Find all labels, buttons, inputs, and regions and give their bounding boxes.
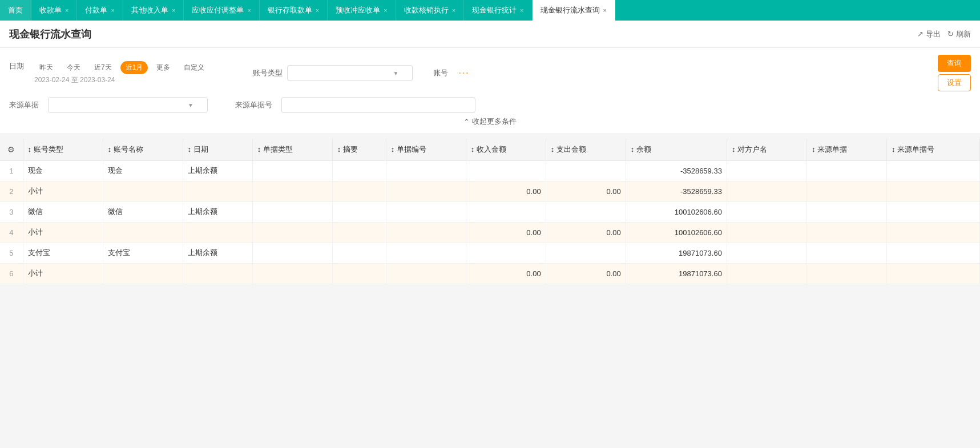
col-date: ↕ 日期 bbox=[183, 139, 252, 160]
table-row[interactable]: 2小计0.000.00-3528659.33 bbox=[0, 181, 980, 201]
close-icon[interactable]: × bbox=[111, 7, 114, 14]
col-account-name: ↕ 账号名称 bbox=[103, 139, 183, 160]
close-icon[interactable]: × bbox=[520, 7, 523, 14]
close-icon[interactable]: × bbox=[247, 7, 251, 14]
close-icon[interactable]: × bbox=[452, 7, 455, 14]
nav-bank-deposit[interactable]: 银行存取款单 × bbox=[260, 0, 328, 21]
refresh-button[interactable]: ↻ 刷新 bbox=[947, 29, 971, 39]
table-row[interactable]: 6小计0.000.0019871073.60 bbox=[0, 263, 980, 284]
col-gear: ⚙ bbox=[0, 139, 23, 160]
table-row[interactable]: 3微信微信上期余额100102606.60 bbox=[0, 201, 980, 222]
query-button[interactable]: 查询 bbox=[938, 55, 971, 72]
filter-row-1: 日期 昨天 今天 近7天 近1月 更多 自定义 2023-02-24 至 202… bbox=[9, 55, 971, 91]
source-doc-select[interactable]: ▼ bbox=[48, 97, 208, 113]
date-btn-7days[interactable]: 近7天 bbox=[89, 61, 117, 74]
col-counterparty: ↕ 对方户名 bbox=[727, 139, 806, 160]
date-range-text: 2023-02-24 至 2023-03-24 bbox=[34, 75, 209, 85]
col-account-type: ↕ 账号类型 bbox=[23, 139, 103, 160]
more-options-icon[interactable]: ··· bbox=[458, 68, 469, 78]
table-row[interactable]: 1现金现金上期余额-3528659.33 bbox=[0, 160, 980, 181]
page-title: 现金银行流水查询 bbox=[9, 27, 91, 41]
close-icon[interactable]: × bbox=[172, 7, 175, 14]
date-label: 日期 bbox=[9, 61, 30, 71]
source-doc-num-input[interactable] bbox=[281, 97, 475, 113]
col-doc-no: ↕ 单据编号 bbox=[386, 139, 466, 160]
col-expense: ↕ 支出金额 bbox=[546, 139, 626, 160]
nav-other-income[interactable]: 其他收入单 × bbox=[123, 0, 184, 21]
close-icon[interactable]: × bbox=[603, 7, 607, 14]
table-header-row: ⚙ ↕ 账号类型 ↕ 账号名称 ↕ 日期 ↕ 单据类型 ↕ 摘要 ↕ 单据编号 … bbox=[0, 139, 980, 160]
date-btn-yesterday[interactable]: 昨天 bbox=[34, 61, 58, 74]
table-row[interactable]: 5支付宝支付宝上期余额19871073.60 bbox=[0, 243, 980, 263]
action-buttons: 查询 设置 bbox=[938, 55, 971, 91]
col-source-doc: ↕ 来源单据 bbox=[806, 139, 886, 160]
refresh-icon: ↻ bbox=[947, 30, 954, 38]
table-body: 1现金现金上期余额-3528659.332小计0.000.00-3528659.… bbox=[0, 160, 980, 284]
nav-advance[interactable]: 预收冲应收单 × bbox=[328, 0, 396, 21]
close-icon[interactable]: × bbox=[384, 7, 387, 14]
chevron-down-icon: ▼ bbox=[393, 70, 398, 76]
nav-payment[interactable]: 付款单 × bbox=[77, 0, 123, 21]
chevron-down-icon: ▼ bbox=[188, 102, 193, 108]
col-income: ↕ 收入金额 bbox=[466, 139, 546, 160]
collapse-bar[interactable]: ⌃ 收起更多条件 bbox=[9, 116, 971, 127]
nav-cashflow-query[interactable]: 现金银行流水查询 × bbox=[533, 0, 615, 21]
nav-adjustment[interactable]: 应收应付调整单 × bbox=[184, 0, 259, 21]
export-button[interactable]: ↗ 导出 bbox=[917, 29, 941, 39]
account-type-filter: 账号类型 ▼ bbox=[253, 65, 413, 81]
close-icon[interactable]: × bbox=[316, 7, 319, 14]
setting-button[interactable]: 设置 bbox=[938, 74, 971, 91]
account-type-label: 账号类型 bbox=[253, 68, 283, 78]
col-balance: ↕ 余额 bbox=[626, 139, 727, 160]
account-filter: 账号 ··· bbox=[433, 68, 469, 78]
nav-home[interactable]: 首页 bbox=[0, 0, 31, 21]
gear-icon[interactable]: ⚙ bbox=[7, 145, 15, 154]
header-actions: ↗ 导出 ↻ 刷新 bbox=[917, 29, 971, 39]
date-btn-custom[interactable]: 自定义 bbox=[179, 61, 209, 74]
data-table-container: ⚙ ↕ 账号类型 ↕ 账号名称 ↕ 日期 ↕ 单据类型 ↕ 摘要 ↕ 单据编号 … bbox=[0, 139, 980, 284]
source-doc-label: 来源单据 bbox=[9, 100, 39, 110]
account-type-select[interactable]: ▼ bbox=[287, 65, 413, 81]
source-doc-num-label: 来源单据号 bbox=[235, 100, 272, 110]
col-summary: ↕ 摘要 bbox=[332, 139, 386, 160]
nav-verify[interactable]: 收款核销执行 × bbox=[396, 0, 464, 21]
date-btn-today[interactable]: 今天 bbox=[62, 61, 86, 74]
filter-area: 日期 昨天 今天 近7天 近1月 更多 自定义 2023-02-24 至 202… bbox=[0, 48, 980, 134]
export-icon: ↗ bbox=[917, 30, 923, 38]
col-doc-type: ↕ 单据类型 bbox=[252, 139, 332, 160]
collapse-icon: ⌃ bbox=[463, 118, 470, 126]
close-icon[interactable]: × bbox=[65, 7, 68, 14]
date-filter: 日期 昨天 今天 近7天 近1月 更多 自定义 2023-02-24 至 202… bbox=[9, 61, 209, 85]
top-navigation: 首页 收款单 × 付款单 × 其他收入单 × 应收应付调整单 × 银行存取款单 … bbox=[0, 0, 980, 21]
date-buttons: 昨天 今天 近7天 近1月 更多 自定义 bbox=[34, 61, 209, 74]
table-row[interactable]: 4小计0.000.00100102606.60 bbox=[0, 222, 980, 243]
col-source-doc-no: ↕ 来源单据号 bbox=[886, 139, 979, 160]
nav-stats[interactable]: 现金银行统计 × bbox=[464, 0, 532, 21]
account-label: 账号 bbox=[433, 68, 454, 78]
date-btn-1month[interactable]: 近1月 bbox=[120, 61, 148, 74]
nav-receipt[interactable]: 收款单 × bbox=[31, 0, 77, 21]
data-table: ⚙ ↕ 账号类型 ↕ 账号名称 ↕ 日期 ↕ 单据类型 ↕ 摘要 ↕ 单据编号 … bbox=[0, 139, 980, 284]
date-btn-more[interactable]: 更多 bbox=[151, 61, 175, 74]
page-header: 现金银行流水查询 ↗ 导出 ↻ 刷新 bbox=[0, 21, 980, 48]
filter-row-2: 来源单据 ▼ 来源单据号 bbox=[9, 97, 971, 113]
